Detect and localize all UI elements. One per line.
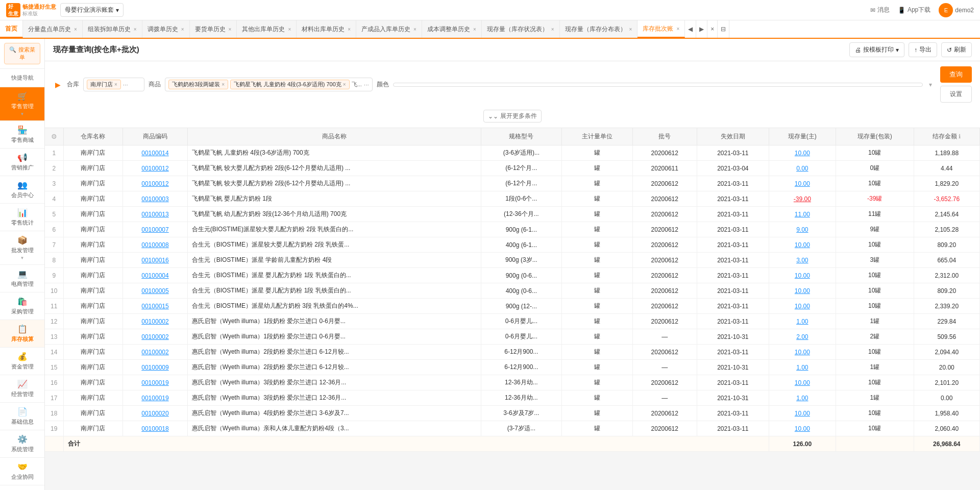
row-code[interactable]: 00100013 [123, 207, 187, 222]
tab-close-icon[interactable]: × [288, 27, 291, 32]
app-download-action[interactable]: 📱 App下载 [898, 6, 930, 14]
row-qty-main[interactable]: 11.00 [769, 207, 836, 222]
expand-more-conditions-btn[interactable]: ⌄⌄ 展开更多条件 [483, 110, 542, 122]
sidebar-item-sys-mgmt[interactable]: ⚙️ 系统管理 [0, 430, 44, 458]
row-code[interactable]: 00100019 [123, 375, 187, 390]
sidebar-item-inventory-check[interactable]: 📋 库存核算 [0, 320, 44, 348]
tab-close-icon[interactable]: × [413, 27, 416, 32]
row-code[interactable]: 00100002 [123, 314, 187, 329]
tab-close-icon[interactable]: × [473, 27, 476, 32]
tab-require-history[interactable]: 要货单历史 × [190, 20, 237, 38]
row-qty-main[interactable]: 10.00 [769, 268, 836, 283]
tab-inventory-dist[interactable]: 现存量（库存分布表） × [560, 20, 638, 38]
query-button[interactable]: 查询 [940, 66, 972, 83]
tab-home[interactable]: 首页 [0, 20, 23, 38]
row-qty-main[interactable]: 10.00 [769, 145, 836, 161]
row-code[interactable]: 00100015 [123, 299, 187, 314]
tab-inventory-status[interactable]: 现存量（库存状况表） × [482, 20, 560, 38]
tab-disassemble-history[interactable]: 组装拆卸单历史 × [83, 20, 142, 38]
tab-close-icon[interactable]: × [629, 27, 632, 32]
sidebar-item-marketing[interactable]: 📢 营销推广 [0, 149, 44, 176]
account-dropdown[interactable]: 母婴行业演示账套 ▾ [60, 3, 124, 17]
row-qty-main[interactable]: 10.00 [769, 406, 836, 421]
row-qty-main[interactable]: 10.00 [769, 375, 836, 390]
row-qty-main[interactable]: 9.00 [769, 222, 836, 237]
row-code[interactable]: 00100002 [123, 329, 187, 345]
print-button[interactable]: 🖨 按模板打印 ▾ [849, 42, 904, 57]
row-code[interactable]: 00100007 [123, 222, 187, 237]
row-qty-main[interactable]: -39.00 [769, 191, 836, 207]
row-qty-main[interactable]: 10.00 [769, 283, 836, 299]
tab-close-icon[interactable]: × [134, 27, 137, 32]
tab-close-icon[interactable]: × [181, 27, 184, 32]
tab-close-icon[interactable]: × [74, 27, 77, 32]
refresh-button[interactable]: ↺ 刷新 [941, 42, 972, 57]
info-icon[interactable]: ℹ [959, 133, 961, 140]
row-code[interactable]: 00100019 [123, 390, 187, 406]
tab-prev-btn[interactable]: ◀ [685, 20, 696, 38]
tab-close-icon[interactable]: × [229, 27, 232, 32]
tab-close-icon[interactable]: × [676, 26, 679, 32]
color-filter-box[interactable] [393, 83, 923, 87]
tab-split-history[interactable]: 分量盘点单历史 × [23, 20, 83, 38]
tab-other-out-history[interactable]: 其他出库单历史 × [237, 20, 297, 38]
tab-close-icon[interactable]: × [551, 27, 554, 32]
tab-product-in-history[interactable]: 产成品入库单历史 × [356, 20, 422, 38]
tab-next-btn[interactable]: ▶ [696, 20, 707, 38]
row-qty-main[interactable]: 2.00 [769, 329, 836, 345]
row-code[interactable]: 00100016 [123, 253, 187, 268]
sidebar-item-purchase-mgmt[interactable]: 🛍️ 采购管理 [0, 292, 44, 320]
row-qty-main[interactable]: 3.00 [769, 253, 836, 268]
row-qty-main[interactable]: 1.00 [769, 390, 836, 406]
row-code[interactable]: 00100008 [123, 237, 187, 253]
sidebar-item-member-center[interactable]: 👥 会员中心 [0, 176, 44, 204]
row-qty-main[interactable]: 0.00 [769, 161, 836, 176]
row-code[interactable]: 00100012 [123, 176, 187, 191]
sidebar-item-enterprise-collab[interactable]: 🤝 企业协同 [0, 458, 44, 485]
tab-material-out-history[interactable]: 材料出库单历史 × [297, 20, 356, 38]
tab-batch-ledger[interactable]: 库存批次账 × [638, 20, 685, 38]
tab-cost-adjust-history[interactable]: 成本调整单历史 × [422, 20, 482, 38]
warehouse-tag-close[interactable]: × [114, 82, 117, 87]
row-code[interactable]: 00100004 [123, 268, 187, 283]
tab-mix-history[interactable]: 调拨单历史 × [142, 20, 190, 38]
tab-menu-btn[interactable]: ⊟ [718, 20, 729, 38]
row-qty-main[interactable]: 10.00 [769, 299, 836, 314]
sidebar-item-retail-shop[interactable]: 🏪 零售商城 [0, 121, 44, 149]
row-qty-main[interactable]: 10.00 [769, 345, 836, 360]
row-code[interactable]: 00100012 [123, 161, 187, 176]
row-code[interactable]: 00100003 [123, 191, 187, 207]
th-gear[interactable]: ⚙ [45, 128, 63, 145]
expand-arrow-icon[interactable]: ▶ [53, 81, 63, 89]
sidebar-item-retail-mgmt[interactable]: 🛒 零售管理 ▼ [0, 87, 44, 121]
row-code[interactable]: 00100002 [123, 345, 187, 360]
row-code[interactable]: 00100014 [123, 145, 187, 161]
product-tag-1-close[interactable]: × [222, 82, 225, 87]
search-menu-button[interactable]: 🔍 搜索菜单 [4, 43, 40, 64]
row-qty-main[interactable]: 10.00 [769, 421, 836, 436]
row-code[interactable]: 00100005 [123, 283, 187, 299]
message-action[interactable]: ✉ 消息 [870, 6, 890, 14]
row-qty-main[interactable]: 1.00 [769, 360, 836, 375]
row-code[interactable]: 00100009 [123, 360, 187, 375]
user-profile[interactable]: E demo2 [939, 3, 974, 17]
sidebar-item-new-guide[interactable]: 🎯 新手引导 [0, 485, 44, 490]
sidebar-item-retail-stats[interactable]: 📊 零售统计 [0, 204, 44, 231]
row-qty-main[interactable]: 1.00 [769, 314, 836, 329]
tab-close-icon[interactable]: × [348, 27, 351, 32]
settings-button[interactable]: 设置 [940, 86, 972, 103]
sidebar-item-biz-mgmt[interactable]: 📈 经营管理 [0, 375, 44, 403]
row-qty-main[interactable]: 10.00 [769, 176, 836, 191]
product-tag-2-close[interactable]: × [343, 82, 346, 87]
row-qty-main[interactable]: 10.00 [769, 237, 836, 253]
row-code[interactable]: 00100018 [123, 421, 187, 436]
sidebar-item-wholesale-mgmt[interactable]: 📦 批发管理 ▼ [0, 231, 44, 265]
warehouse-filter-box[interactable]: 南岸门店 × ··· [83, 78, 144, 91]
sidebar-item-basic-info[interactable]: 📄 基础信息 [0, 403, 44, 430]
product-filter-box[interactable]: 飞鹤奶粉3段两罐装 × 飞鹤星飞帆 儿童奶粉 4段(3-6岁适用) 700克 ×… [165, 78, 373, 91]
sidebar-item-finance-mgmt[interactable]: 💰 资金管理 [0, 348, 44, 375]
sidebar-item-ecommerce[interactable]: 💻 电商管理 [0, 265, 44, 292]
export-button[interactable]: ↑ 导出 [909, 42, 937, 57]
row-code[interactable]: 00100020 [123, 406, 187, 421]
tab-close-all-btn[interactable]: × [707, 20, 718, 38]
